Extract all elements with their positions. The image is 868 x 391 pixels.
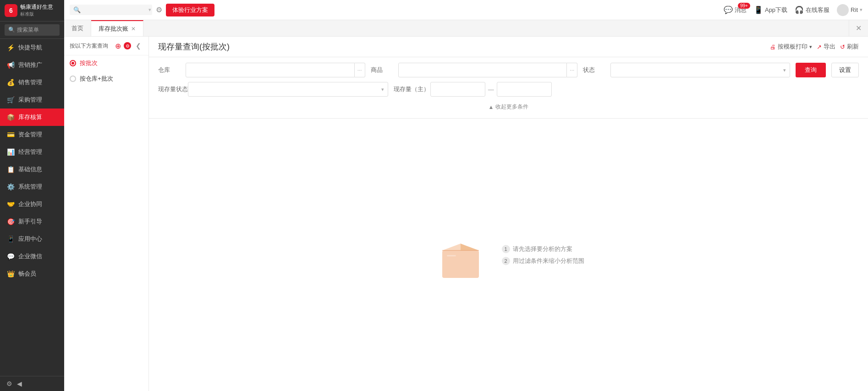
goods-more-button[interactable]: ··· [567,63,577,77]
empty-step-1: 1 请先选择要分析的方案 [502,245,584,253]
sidebar-item-wechat[interactable]: 💬 企业微信 [0,248,64,265]
topbar-search-input[interactable] [82,7,147,13]
sidebar-item-inventory[interactable]: 📦 库存核算 [0,109,64,126]
print-button[interactable]: 🖨 按模板打印 ▾ [770,43,812,51]
warehouse-more-button[interactable]: ··· [355,63,365,77]
radio-by-warehouse-batch [70,76,76,82]
sidebar-item-apps[interactable]: 📱 应用中心 [0,230,64,248]
left-panel-title: 按以下方案查询 [70,42,108,50]
step-1-number: 1 [502,245,510,253]
sidebar-search-label: 搜索菜单 [17,26,39,34]
collapse-left-panel-icon[interactable]: ❮ [134,41,143,50]
sidebar-item-label: 新手引导 [18,217,42,226]
messages-badge: 99+ [738,3,750,9]
topbar-right: 💬 消息 99+ 📱 App下载 🎧 在线客服 Rit ▾ [724,4,863,16]
sidebar-item-label: 经营管理 [18,148,42,156]
refresh-icon: ↺ [840,43,845,50]
close-all-tabs-button[interactable]: ✕ [849,20,868,36]
sidebar-item-system[interactable]: ⚙️ 系统管理 [0,178,64,196]
sidebar-item-newuser[interactable]: 🎯 新手引导 [0,213,64,230]
collapse-sidebar-icon[interactable]: ◀ [17,380,22,387]
sidebar-item-quick-nav[interactable]: ⚡ 快捷导航 [0,39,64,56]
refresh-button[interactable]: ↺ 刷新 [840,43,859,51]
goods-input[interactable] [398,63,567,77]
sidebar-item-label: 营销推广 [18,61,42,69]
message-icon: 💬 [724,5,733,14]
app-download-icon: 📱 [754,5,763,14]
trial-industry-button[interactable]: 体验行业方案 [166,4,214,16]
system-icon: ⚙️ [6,183,15,191]
tab-inventory-batch[interactable]: 库存批次账 ✕ [91,20,143,36]
left-panel-actions: ⊕ ⚙ ❮ [115,41,143,50]
app-version: 标准版 [20,11,53,17]
user-menu[interactable]: Rit ▾ [837,4,863,16]
sidebar-footer: ⚙ ◀ [0,376,64,391]
sidebar-item-enterprise[interactable]: 🤝 企业协同 [0,196,64,213]
settings-footer-icon[interactable]: ⚙ [6,380,12,387]
settings-icon[interactable]: ⚙ [156,5,162,14]
search-icon: 🔍 [8,27,15,33]
sidebar-item-basic[interactable]: 📋 基础信息 [0,161,64,178]
app-download-button[interactable]: 📱 App下载 [754,5,787,14]
status-select[interactable]: ▾ [610,63,790,77]
settings-scheme-icon[interactable]: ⚙ [124,42,131,49]
empty-illustration [433,228,488,282]
app-download-label: App下载 [765,6,787,14]
user-dropdown-icon: ▾ [860,7,863,13]
export-icon: ↗ [817,43,822,50]
online-service-button[interactable]: 🎧 在线客服 [795,5,830,14]
query-button[interactable]: 查询 [796,63,826,77]
collapse-up-icon: ▲ [489,104,494,110]
add-scheme-icon[interactable]: ⊕ [115,42,121,50]
warehouse-input[interactable] [186,63,355,77]
marketing-icon: 📢 [6,61,15,69]
enterprise-icon: 🤝 [6,200,15,208]
sidebar-search-area[interactable]: 🔍 搜索菜单 [0,22,64,39]
sidebar-item-label: 采购管理 [18,96,42,104]
scheme-by-batch[interactable]: 按批次 [64,55,148,71]
radio-by-batch [70,60,76,66]
sidebar-item-finance[interactable]: 💳 资金管理 [0,126,64,143]
sidebar-item-member[interactable]: 👑 畅会员 [0,265,64,282]
tab-close-icon[interactable]: ✕ [131,26,136,32]
print-dropdown-icon[interactable]: ▾ [809,44,812,50]
tab-home[interactable]: 首页 [64,20,91,36]
sidebar-search-inner[interactable]: 🔍 搜索菜单 [5,24,60,36]
export-button[interactable]: ↗ 导出 [817,43,835,51]
sidebar-item-purchase[interactable]: 🛒 采购管理 [0,91,64,109]
sidebar: 6 畅康通好生意 标准版 🔍 搜索菜单 ⚡ 快捷导航 📢 营销推广 💰 销售管理… [0,0,64,391]
sidebar-item-label: 系统管理 [18,183,42,191]
sidebar-item-operations[interactable]: 📊 经营管理 [0,143,64,161]
step-2-number: 2 [502,257,510,265]
filter-row-2: 现存量状态 ▾ 现存量（主） — [158,82,859,97]
radio-dot [71,62,74,65]
topbar-search-area[interactable]: 🔍 ▾ [70,5,152,15]
online-service-label: 在线客服 [806,6,830,14]
sidebar-item-label: 快捷导航 [18,43,42,52]
scheme-by-warehouse-batch-label: 按仓库+批次 [80,75,113,83]
stock-amount-to-input[interactable] [497,82,552,97]
refresh-label: 刷新 [847,43,859,51]
purchase-icon: 🛒 [6,96,15,104]
empty-step-2: 2 用过滤条件来缩小分析范围 [502,257,584,265]
topbar-dropdown-icon[interactable]: ▾ [148,7,151,13]
goods-input-wrap: ··· [398,63,578,77]
stock-amount-from-input[interactable] [430,82,485,97]
scheme-by-warehouse-batch[interactable]: 按仓库+批次 [64,71,148,87]
stock-status-select[interactable]: ▾ [188,82,388,97]
sidebar-item-label: 销售管理 [18,78,42,87]
collapse-filters-button[interactable]: ▲ 收起更多条件 [158,101,859,113]
goods-field: 商品 ··· [371,63,578,77]
sidebar-item-label: 畅会员 [18,270,36,278]
status-field: 状态 ▾ [583,63,790,77]
sidebar-item-marketing[interactable]: 📢 营销推广 [0,56,64,74]
stock-status-field: 现存量状态 ▾ [158,82,388,97]
sidebar-item-sales[interactable]: 💰 销售管理 [0,74,64,91]
messages-button[interactable]: 💬 消息 99+ [724,5,747,14]
stock-amount-field: 现存量（主） — [394,82,624,97]
print-icon: 🖨 [770,43,776,50]
goods-more-icon: ··· [570,67,574,73]
empty-svg [433,228,488,282]
set-button[interactable]: 设置 [831,63,859,77]
inventory-icon: 📦 [6,113,15,121]
